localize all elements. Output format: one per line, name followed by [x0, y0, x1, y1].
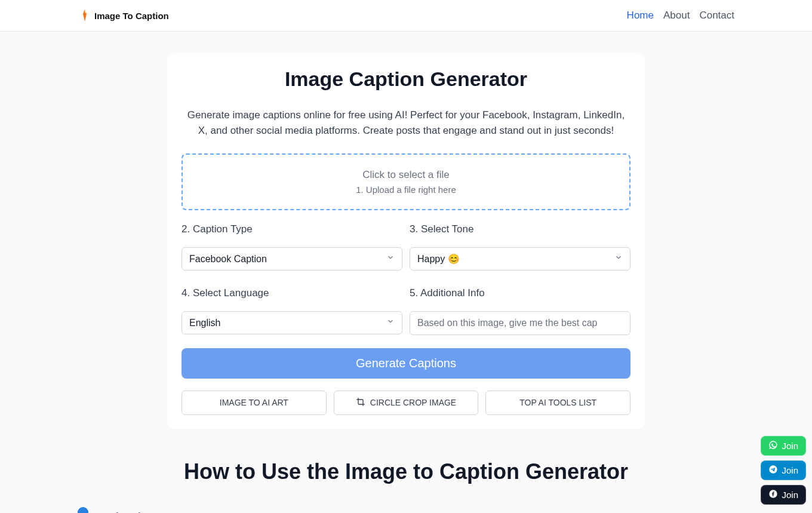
generate-captions-button[interactable]: Generate Captions — [182, 348, 630, 379]
rocket-icon — [78, 8, 92, 23]
language-label: 4. Select Language — [182, 287, 402, 299]
main-content: Image Caption Generator Generate image c… — [0, 32, 812, 513]
crop-icon — [356, 397, 365, 408]
main-nav: Home About Contact — [627, 10, 734, 21]
image-to-ai-art-button[interactable]: IMAGE TO AI ART — [182, 391, 327, 415]
tone-label: 3. Select Tone — [410, 223, 630, 235]
language-select-wrapper: English — [182, 311, 402, 334]
link-label: CIRCLE CROP IMAGE — [370, 398, 456, 407]
facebook-join-button[interactable]: Join — [761, 485, 806, 505]
page-title: Image Caption Generator — [182, 67, 630, 91]
generator-card: Image Caption Generator Generate image c… — [167, 53, 645, 429]
whatsapp-join-button[interactable]: Join — [761, 436, 806, 456]
step-1: 1 Upload Your Image — [78, 507, 734, 513]
link-row: IMAGE TO AI ART CIRCLE CROP IMAGE TOP AI… — [182, 391, 630, 415]
upload-zone[interactable]: Click to select a file 1. Upload a file … — [182, 153, 630, 210]
howto-title: How to Use the Image to Caption Generato… — [78, 459, 734, 484]
nav-about[interactable]: About — [663, 10, 690, 21]
nav-contact[interactable]: Contact — [699, 10, 734, 21]
logo[interactable]: Image To Caption — [78, 8, 169, 23]
facebook-icon — [768, 489, 778, 500]
link-label: IMAGE TO AI ART — [220, 398, 288, 407]
join-label: Join — [782, 490, 798, 500]
caption-type-label: 2. Caption Type — [182, 223, 402, 235]
whatsapp-icon — [768, 440, 778, 451]
telegram-icon — [768, 465, 778, 476]
logo-text: Image To Caption — [94, 11, 169, 21]
join-label: Join — [782, 465, 798, 475]
top-ai-tools-button[interactable]: TOP AI TOOLS LIST — [485, 391, 630, 415]
caption-type-select[interactable]: Facebook Caption — [182, 248, 402, 270]
additional-info-input[interactable] — [410, 311, 630, 335]
step-number-badge: 1 — [78, 507, 88, 513]
step-title: Upload Your Image — [99, 510, 211, 513]
form-grid: 2. Caption Type Facebook Caption 3. Sele… — [182, 223, 630, 335]
upload-sub-text: 1. Upload a file right here — [197, 185, 615, 195]
nav-home[interactable]: Home — [627, 10, 654, 21]
language-select[interactable]: English — [182, 312, 402, 334]
tone-select-wrapper: Happy 😊 — [410, 247, 630, 271]
telegram-join-button[interactable]: Join — [761, 460, 806, 480]
floating-social-buttons: Join Join Join — [761, 436, 806, 505]
upload-main-text: Click to select a file — [197, 169, 615, 181]
caption-type-select-wrapper: Facebook Caption — [182, 247, 402, 271]
howto-section: How to Use the Image to Caption Generato… — [78, 459, 734, 513]
tone-select[interactable]: Happy 😊 — [410, 248, 630, 270]
additional-info-label: 5. Additional Info — [410, 287, 630, 299]
top-header: Image To Caption Home About Contact — [0, 0, 812, 32]
join-label: Join — [782, 441, 798, 451]
circle-crop-button[interactable]: CIRCLE CROP IMAGE — [334, 391, 479, 415]
link-label: TOP AI TOOLS LIST — [519, 398, 596, 407]
page-description: Generate image captions online for free … — [182, 107, 630, 139]
